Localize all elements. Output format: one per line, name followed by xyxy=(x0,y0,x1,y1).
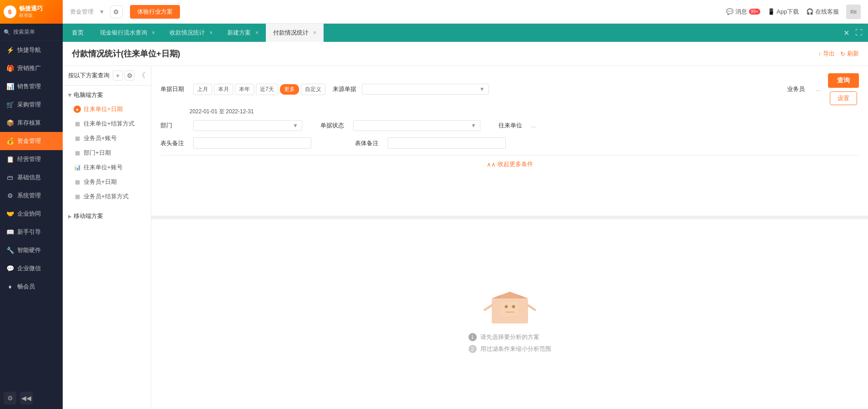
sidebar-item-label: 快捷导航 xyxy=(17,46,41,54)
table-body-note-input[interactable] xyxy=(388,137,506,149)
date-btn-custom[interactable]: 自定义 xyxy=(301,84,325,95)
sidebar-footer: ⚙ ◀◀ xyxy=(0,387,63,409)
source-select[interactable]: ▼ xyxy=(362,84,489,95)
sidebar-item-system[interactable]: ⚙ 系统管理 xyxy=(0,187,63,205)
sidebar-item-quick-nav[interactable]: ⚡ 快捷导航 xyxy=(0,41,63,59)
svg-rect-4 xyxy=(501,302,519,316)
date-btn-last-7days[interactable]: 近7天 xyxy=(256,84,278,95)
filter-row-3: 表头备注 表体备注 xyxy=(160,137,859,149)
tab-receipt-stats-close[interactable]: × xyxy=(210,30,213,36)
tab-receipt-stats-label: 收款情况统计 xyxy=(170,29,205,37)
app-download-btn[interactable]: 📱 App下载 xyxy=(768,8,799,16)
svg-point-7 xyxy=(505,306,507,308)
online-service-btn[interactable]: 🎧 在线客服 xyxy=(806,8,839,16)
svg-line-10 xyxy=(485,305,492,310)
sidebar-item-basic[interactable]: 🗃 基础信息 xyxy=(0,168,63,187)
breadcrumb-dropdown[interactable]: ▼ xyxy=(99,9,105,15)
hint-text-2: 用过滤条件来缩小分析范围 xyxy=(480,345,551,353)
user-avatar[interactable]: Rit xyxy=(846,5,861,19)
collapse-icon: ◀◀ xyxy=(21,394,31,402)
sidebar-search[interactable]: 🔍 搜索菜单 xyxy=(0,24,63,41)
tab-payment-stats[interactable]: 付款情况统计 × xyxy=(266,24,324,42)
tab-payment-stats-close[interactable]: × xyxy=(313,30,316,36)
quick-nav-icon: ⚡ xyxy=(6,46,14,54)
tab-maximize-btn[interactable]: ⛶ xyxy=(853,27,864,38)
chart-icon: 📊 xyxy=(74,164,81,171)
dept-select[interactable]: ▼ xyxy=(193,120,302,131)
date-btn-last-month[interactable]: 上月 xyxy=(193,84,212,95)
scheme-group-desktop-header[interactable]: ▶ 电脑端方案 xyxy=(63,88,151,102)
scheme-panel-header: 按以下方案查询 + ⚙ 《 xyxy=(63,66,151,86)
settings-icon: ⚙ xyxy=(127,72,133,79)
empty-text: 1 请先选择要分析的方案 2 用过滤条件来缩小分析范围 xyxy=(469,333,551,353)
scheme-add-btn[interactable]: + xyxy=(113,71,123,81)
sidebar-item-hardware[interactable]: 🔧 智能硬件 xyxy=(0,241,63,259)
filter-settings-btn[interactable]: 设置 xyxy=(830,91,857,105)
collapse-bar[interactable]: ∧∧ 收起更多条件 xyxy=(160,155,859,173)
sidebar-item-finance[interactable]: 💰 资金管理 xyxy=(0,132,63,150)
operation-icon: 📋 xyxy=(6,156,14,163)
sidebar-item-guide[interactable]: 📖 新手引导 xyxy=(0,223,63,241)
sidebar-item-label: 智能硬件 xyxy=(17,246,41,254)
counterpart-dots[interactable]: ... xyxy=(531,122,536,129)
scheme-collapse-btn[interactable]: 《 xyxy=(138,71,145,81)
user-name: Rit xyxy=(850,9,856,15)
scheme-item-counterpart-date[interactable]: ● 往来单位+日期 xyxy=(63,102,151,116)
scheme-item-staff-settlement[interactable]: ▦ 业务员+结算方式 xyxy=(63,189,151,204)
tab-receipt-stats[interactable]: 收款情况统计 × xyxy=(162,24,220,42)
tab-new-scheme-close[interactable]: × xyxy=(255,30,259,36)
sidebar-item-marketing[interactable]: 🎁 营销推广 xyxy=(0,59,63,77)
refresh-btn[interactable]: ↻ 刷新 xyxy=(840,50,859,58)
scheme-item-staff-account[interactable]: ▦ 业务员+账号 xyxy=(63,131,151,146)
app-download-label: App下载 xyxy=(777,8,799,16)
table-header-note-input[interactable] xyxy=(193,137,311,149)
sidebar-item-cooperation[interactable]: 🤝 企业协同 xyxy=(0,205,63,223)
sidebar: 6 畅捷通巧 标准版 🔍 搜索菜单 ⚡ 快捷导航 🎁 营销推广 📊 销售管理 🛒… xyxy=(0,0,63,409)
date-range-value: 2022-01-01 至 2022-12-31 xyxy=(190,108,254,116)
tab-bank-flow[interactable]: 现金银行流水查询 × xyxy=(93,24,162,42)
dept-label: 部门 xyxy=(160,121,186,130)
tabbar: 首页 现金银行流水查询 × 收款情况统计 × 新建方案 × 付款情况统计 × ✕… xyxy=(63,24,868,42)
empty-state: 1 请先选择要分析的方案 2 用过滤条件来缩小分析范围 xyxy=(151,219,868,409)
tab-bank-flow-close[interactable]: × xyxy=(152,30,155,36)
svg-point-8 xyxy=(513,306,514,308)
inventory-icon: 📦 xyxy=(6,119,14,126)
export-btn[interactable]: ↑ 导出 xyxy=(818,50,835,58)
query-btn[interactable]: 查询 xyxy=(828,73,859,88)
scheme-settings-btn[interactable]: ⚙ xyxy=(125,71,135,81)
topbar-settings-btn[interactable]: ⚙ xyxy=(110,5,123,18)
table-icon: ▦ xyxy=(74,178,81,186)
voucher-status-select[interactable]: ▼ xyxy=(353,120,480,131)
sidebar-item-sales[interactable]: 📊 销售管理 xyxy=(0,77,63,96)
marketing-icon: 🎁 xyxy=(6,65,14,72)
scheme-item-counterpart-account[interactable]: 📊 往来单位+账号 xyxy=(63,160,151,175)
basic-icon: 🗃 xyxy=(6,174,14,181)
app-version: 标准版 xyxy=(19,12,43,19)
sidebar-item-wechat[interactable]: 💬 企业微信 xyxy=(0,259,63,278)
add-icon: + xyxy=(116,72,120,79)
trial-btn[interactable]: 体验行业方案 xyxy=(130,5,180,19)
date-btn-this-year[interactable]: 本年 xyxy=(235,84,254,95)
sidebar-item-purchase[interactable]: 🛒 采购管理 xyxy=(0,96,63,114)
scheme-group-mobile-header[interactable]: ▶ 移动端方案 xyxy=(63,209,151,223)
scheme-item-dept-date[interactable]: ▦ 部门+日期 xyxy=(63,146,151,160)
sidebar-item-label: 营销推广 xyxy=(17,64,41,72)
staff-label: 业务员 xyxy=(787,85,813,93)
sidebar-item-inventory[interactable]: 📦 库存核算 xyxy=(0,114,63,132)
staff-dots[interactable]: ... xyxy=(816,86,821,92)
guide-icon: 📖 xyxy=(6,228,14,236)
date-btn-more[interactable]: 更多 xyxy=(280,84,299,95)
sidebar-settings-btn[interactable]: ⚙ xyxy=(4,392,16,404)
sidebar-item-member[interactable]: ♦ 畅会员 xyxy=(0,278,63,296)
sidebar-collapse-btn[interactable]: ◀◀ xyxy=(20,392,33,404)
tab-new-scheme[interactable]: 新建方案 × xyxy=(220,24,266,42)
tab-close-all-btn[interactable]: ✕ xyxy=(841,27,852,38)
hardware-icon: 🔧 xyxy=(6,247,14,254)
scheme-item-staff-date[interactable]: ▦ 业务员+日期 xyxy=(63,175,151,189)
sidebar-item-operation[interactable]: 📋 经营管理 xyxy=(0,150,63,168)
tab-home[interactable]: 首页 xyxy=(63,24,93,42)
scheme-item-counterpart-settlement[interactable]: ▦ 往来单位+结算方式 xyxy=(63,116,151,131)
date-range-display: 2022-01-01 至 2022-12-31 xyxy=(160,108,859,116)
messages-btn[interactable]: 💬 消息 99+ xyxy=(726,8,760,16)
date-btn-this-month[interactable]: 本月 xyxy=(214,84,233,95)
